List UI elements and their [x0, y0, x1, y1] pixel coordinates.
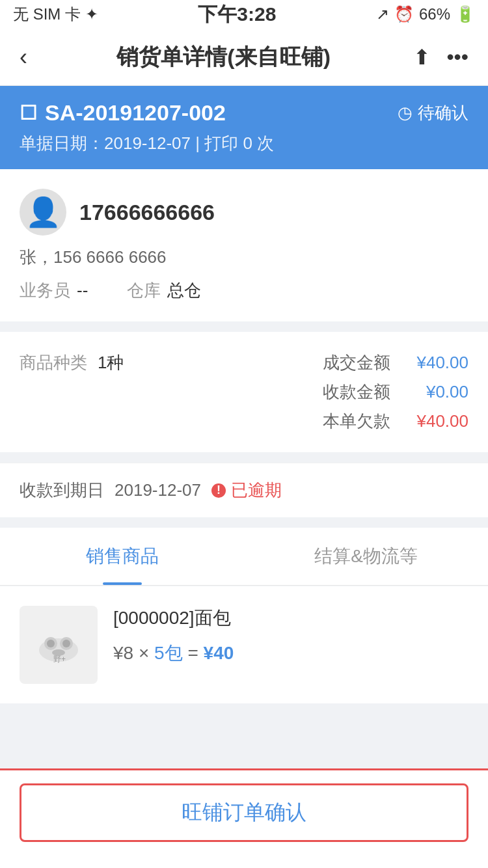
due-date-value: 2019-12-07: [115, 480, 201, 500]
salesperson-item: 业务员 --: [20, 279, 88, 302]
status-left: 无 SIM 卡 ✦: [13, 4, 98, 25]
order-status-badge: ◷ 待确认: [398, 102, 468, 124]
received-label: 收款金额: [323, 381, 390, 403]
tabs: 销售商品 结算&物流等: [0, 528, 488, 586]
order-icon: ☐: [20, 102, 37, 124]
order-id: ☐ SA-20191207-002: [20, 100, 226, 126]
product-price: ¥8 × 5包 = ¥40: [113, 641, 468, 666]
product-section: 野+ [0000002]面包 ¥8 × 5包 = ¥40: [0, 586, 488, 703]
tab-settlement-label: 结算&物流等: [314, 544, 418, 569]
due-label: 本单欠款: [323, 410, 390, 433]
tab-settlement[interactable]: 结算&物流等: [244, 528, 488, 585]
svg-point-4: [62, 640, 70, 647]
battery-label: 66%: [419, 5, 450, 23]
customer-row: 👤 17666666666: [20, 189, 468, 236]
order-date: 单据日期：2019-12-07 | 打印 0 次: [20, 132, 468, 155]
nav-title: 销货单详情(来自旺铺): [34, 42, 413, 72]
warehouse-label: 仓库: [127, 279, 161, 302]
svg-text:野+: 野+: [53, 655, 66, 664]
equal-text: =: [183, 643, 204, 663]
customer-phone: 17666666666: [79, 200, 215, 225]
more-icon[interactable]: •••: [446, 45, 468, 69]
customer-section: 👤 17666666666 张，156 6666 6666 业务员 -- 仓库 …: [0, 169, 488, 321]
sim-label: 无 SIM 卡 ✦: [13, 4, 98, 25]
price-text: ¥8 ×: [113, 643, 154, 663]
confirm-button[interactable]: 旺铺订单确认: [20, 783, 468, 842]
status-clock-icon: ◷: [398, 103, 413, 123]
avatar-icon: 👤: [25, 195, 61, 229]
header-card: ☐ SA-20191207-002 ◷ 待确认 单据日期：2019-12-07 …: [0, 86, 488, 169]
due-date-section: 收款到期日 2019-12-07 ! 已逾期: [0, 463, 488, 517]
salesperson-label: 业务员: [20, 279, 70, 302]
warehouse-value: 总仓: [167, 279, 201, 302]
received-value: ¥0.00: [403, 382, 468, 402]
summary-section: 商品种类 1种 成交金额 ¥40.00 收款金额 ¥0.00 本单欠款 ¥40.…: [0, 332, 488, 452]
battery-icon: 🔋: [455, 5, 475, 23]
avatar: 👤: [20, 189, 66, 236]
amount-row: 成交金额 ¥40.00: [323, 351, 468, 374]
warehouse-item: 仓库 总仓: [127, 279, 201, 302]
location-icon: ↗: [376, 5, 389, 23]
summary-left: 商品种类 1种: [20, 351, 124, 374]
status-time: 下午3:28: [198, 1, 276, 28]
due-value: ¥40.00: [403, 411, 468, 431]
total-text: ¥40: [204, 643, 234, 663]
received-row: 收款金额 ¥0.00: [323, 381, 468, 403]
tab-sales-label: 销售商品: [86, 544, 159, 569]
svg-point-3: [47, 640, 55, 647]
product-image: 野+: [20, 606, 98, 684]
share-icon[interactable]: ⬆: [413, 45, 431, 70]
amount-label: 成交金额: [323, 351, 390, 374]
alarm-icon: ⏰: [394, 5, 414, 23]
tab-sales[interactable]: 销售商品: [0, 528, 244, 585]
product-logo-icon: 野+: [33, 625, 85, 664]
amount-value: ¥40.00: [403, 353, 468, 373]
product-info: [0000002]面包 ¥8 × 5包 = ¥40: [113, 606, 468, 684]
kind-label: 商品种类: [20, 351, 87, 374]
back-button[interactable]: ‹: [20, 44, 27, 71]
overdue-dot-icon: !: [211, 483, 226, 498]
overdue-badge: ! 已逾期: [211, 479, 282, 502]
overdue-text: 已逾期: [231, 479, 282, 502]
due-row: 本单欠款 ¥40.00: [323, 410, 468, 433]
status-right: ↗ ⏰ 66% 🔋: [376, 5, 475, 23]
tabs-section: 销售商品 结算&物流等: [0, 528, 488, 586]
order-id-text: SA-20191207-002: [45, 100, 226, 126]
summary-right: 成交金额 ¥40.00 收款金额 ¥0.00 本单欠款 ¥40.00: [323, 351, 468, 433]
status-text: 待确认: [418, 102, 468, 124]
product-name: [0000002]面包: [113, 606, 468, 631]
customer-name: 张，156 6666 6666: [20, 246, 468, 269]
nav-bar: ‹ 销货单详情(来自旺铺) ⬆ •••: [0, 29, 488, 86]
product-item: 野+ [0000002]面包 ¥8 × 5包 = ¥40: [20, 606, 468, 684]
header-card-top: ☐ SA-20191207-002 ◷ 待确认: [20, 100, 468, 126]
due-date-label: 收款到期日: [20, 479, 104, 502]
kind-value: 1种: [98, 351, 124, 374]
bottom-bar: 旺铺订单确认: [0, 768, 488, 868]
quantity-text: 5包: [154, 643, 183, 663]
status-bar: 无 SIM 卡 ✦ 下午3:28 ↗ ⏰ 66% 🔋: [0, 0, 488, 29]
salesperson-value: --: [77, 280, 88, 301]
nav-actions: ⬆ •••: [413, 45, 468, 70]
customer-meta: 业务员 -- 仓库 总仓: [20, 279, 468, 302]
